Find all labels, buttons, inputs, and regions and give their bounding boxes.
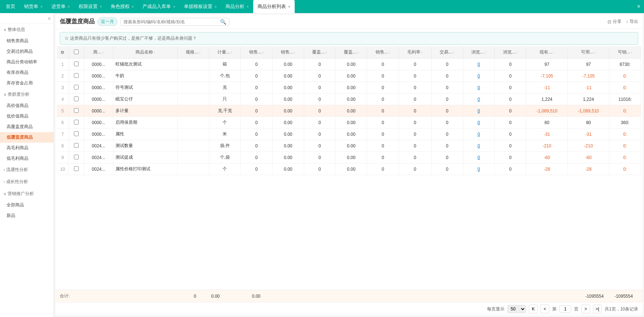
checkbox-column-header[interactable] (68, 46, 84, 59)
row-gross-margin: 0 (398, 59, 431, 70)
nav-tab-product-analysis[interactable]: 商品分析 × (221, 0, 253, 13)
prev-page-button[interactable]: < (541, 305, 549, 313)
row-browse1[interactable]: 0 (463, 59, 495, 70)
row-select-checkbox[interactable] (74, 108, 79, 113)
search-input[interactable] (123, 19, 220, 24)
close-analysis-tab[interactable]: × (247, 5, 249, 9)
sidebar-item-low-coverage[interactable]: 低覆盖度商品 (0, 132, 54, 143)
name-column-header[interactable]: 商品名称↕ (113, 46, 178, 59)
row-checkbox[interactable] (68, 152, 84, 163)
next-page-button[interactable]: > (581, 305, 590, 313)
info-banner: ☆ 这类商品只有很少客户购买过，是推广不够，还是商品本身问题？ (60, 32, 638, 45)
nav-tab-home[interactable]: 首页 (1, 0, 20, 13)
row-checkbox[interactable] (68, 128, 84, 140)
sidebar-item-all-goods[interactable]: 全部商品 (0, 200, 54, 210)
sidebar-section-circulation[interactable]: › 流通性分析 (0, 164, 54, 176)
row-browse1[interactable]: 0 (463, 163, 495, 175)
sidebar-section-marketing[interactable]: ∨ 营销推广分析 (0, 188, 54, 200)
row-checkbox[interactable] (68, 59, 84, 70)
stock-avail-column-header[interactable]: 可用...↕ (568, 46, 609, 59)
row-select-checkbox[interactable] (74, 131, 79, 136)
coverage2-column-header[interactable]: 覆盖...↕ (335, 46, 367, 59)
row-checkbox[interactable] (68, 82, 84, 94)
sidebar-item-low-margin[interactable]: 低毛利商品 (0, 153, 54, 164)
code-column-header[interactable]: 商...↕ (84, 46, 113, 59)
sidebar-item-high-coverage[interactable]: 高覆盖度商品 (0, 122, 54, 132)
transaction-column-header[interactable]: 交易...↕ (431, 46, 463, 59)
unit-column-header[interactable]: 计量...↕ (209, 46, 241, 59)
share-button[interactable]: ⊡ 分享 (608, 19, 621, 25)
row-checkbox[interactable] (68, 105, 84, 117)
row-browse1[interactable]: 0 (463, 82, 495, 94)
sales-other-column-header[interactable]: 销售...↕ (367, 46, 399, 59)
close-analysis-list-tab[interactable]: × (288, 5, 290, 9)
sidebar-section-cluster[interactable]: ∨ 类群度分析 (0, 88, 54, 100)
nav-tab-purchase[interactable]: 进货单 × (47, 0, 74, 13)
nav-tab-permission[interactable]: 权限设置 × (74, 0, 106, 13)
row-browse1[interactable]: 0 (463, 128, 495, 140)
row-checkbox[interactable] (68, 117, 84, 128)
row-browse1[interactable]: 0 (463, 70, 495, 82)
coverage1-column-header[interactable]: 覆盖...↕ (304, 46, 335, 59)
last-page-button[interactable]: >| (593, 305, 602, 313)
nav-tab-product-storage[interactable]: 产成品入库单 × (138, 0, 180, 13)
close-all-tabs[interactable]: × (637, 3, 640, 10)
row-select-checkbox[interactable] (74, 155, 79, 159)
spec-column-header[interactable]: 规格...↕ (177, 46, 209, 59)
sidebar-section-growth[interactable]: › 成长性分析 (0, 176, 54, 188)
row-checkbox[interactable] (68, 94, 84, 105)
row-browse1[interactable]: 0 (463, 94, 495, 105)
select-all-checkbox[interactable] (74, 49, 79, 54)
row-browse1[interactable]: 0 (463, 117, 495, 128)
nav-tab-template[interactable]: 单据模板设置 × (180, 0, 221, 13)
row-select-checkbox[interactable] (74, 73, 79, 78)
sidebar-item-stock-goods[interactable]: 有库存商品 (0, 67, 54, 78)
per-page-select[interactable]: 50 20 100 (507, 305, 526, 313)
period-tag[interactable]: 近一月 (98, 17, 117, 26)
sidebar-item-high-value[interactable]: 高价值商品 (0, 100, 54, 111)
row-select-checkbox[interactable] (74, 143, 79, 148)
row-select-checkbox[interactable] (74, 120, 79, 124)
row-select-checkbox[interactable] (74, 85, 79, 90)
row-browse1[interactable]: 0 (463, 152, 495, 163)
page-number-input[interactable] (559, 305, 571, 313)
sidebar-item-traded-goods[interactable]: 交易过的商品 (0, 46, 54, 57)
row-browse1[interactable]: 0 (463, 105, 495, 117)
gross-margin-column-header[interactable]: 毛利率↕ (398, 46, 431, 59)
sidebar-item-sales-goods[interactable]: 销售类商品 (0, 36, 54, 46)
row-select-checkbox[interactable] (74, 62, 79, 66)
sidebar-section-overall[interactable]: ∨ 整体信息 (0, 24, 54, 36)
close-purchase-tab[interactable]: × (68, 5, 70, 9)
sidebar-item-new-goods[interactable]: 新品 (0, 210, 54, 221)
row-checkbox[interactable] (68, 163, 84, 175)
sidebar-item-high-margin[interactable]: 高毛利商品 (0, 143, 54, 153)
export-button[interactable]: ↑ 导出 (626, 19, 638, 25)
close-permission-tab[interactable]: × (100, 5, 102, 9)
sidebar-collapse-btn[interactable]: « (48, 15, 51, 21)
row-select-checkbox[interactable] (74, 166, 79, 171)
row-sales-qty: 0 (241, 105, 272, 117)
close-sales-tab[interactable]: × (40, 5, 43, 9)
sales-amt-column-header[interactable]: 销售...↕ (272, 46, 304, 59)
first-page-button[interactable]: K (529, 305, 538, 313)
stock-cur-column-header[interactable]: 现有...↕ (526, 46, 568, 59)
row-select-checkbox[interactable] (74, 96, 79, 101)
nav-tab-analysis-list[interactable]: 商品分析列表 × (253, 0, 295, 13)
sidebar-item-low-value[interactable]: 低价值商品 (0, 111, 54, 122)
settings-column-header[interactable]: ⚙ (57, 46, 68, 59)
sales-qty-column-header[interactable]: 销售...↕ (241, 46, 272, 59)
row-checkbox[interactable] (68, 70, 84, 82)
nav-tab-sales[interactable]: 销货单 × (20, 0, 47, 13)
close-role-tab[interactable]: × (132, 5, 134, 9)
row-checkbox[interactable] (68, 140, 84, 152)
sidebar-item-capital-occupy[interactable]: 库存资金占用 (0, 78, 54, 88)
close-template-tab[interactable]: × (215, 5, 217, 9)
browse2-column-header[interactable]: 浏览...↕ (495, 46, 526, 59)
stock-sale-column-header[interactable]: 可销...↕ (609, 46, 641, 59)
row-browse1[interactable]: 0 (463, 140, 495, 152)
search-icon[interactable]: 🔍 (220, 19, 226, 25)
nav-tab-role[interactable]: 角色授权 × (106, 0, 138, 13)
browse1-column-header[interactable]: 浏览...↕ (463, 46, 495, 59)
close-product-tab[interactable]: × (173, 5, 175, 9)
sidebar-item-category-rate[interactable]: 商品分类动销率 (0, 57, 54, 67)
